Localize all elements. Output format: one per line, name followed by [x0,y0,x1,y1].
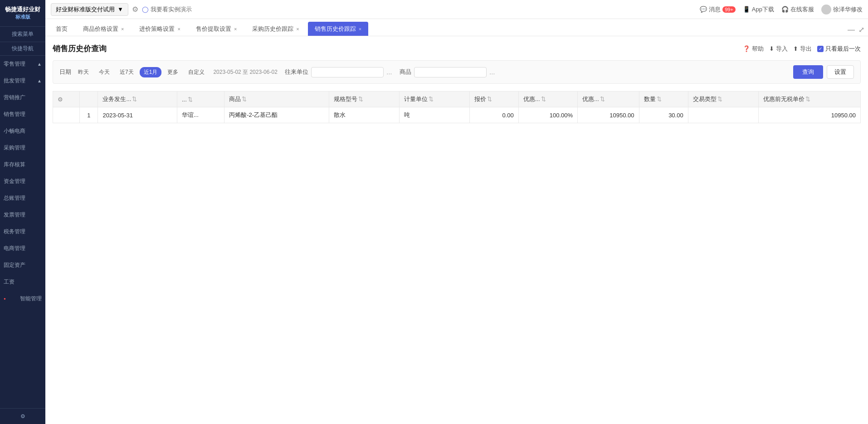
date-buttons: 昨天 今天 近7天 近1月 更多 自定义 [74,67,209,77]
col-settings[interactable]: ⚙ [53,92,80,107]
source-more-btn[interactable]: … [386,69,392,76]
row-spec: 散水 [329,107,399,123]
app-logo: 畅捷通好业财 标准版 [0,0,45,27]
sidebar-item-tax[interactable]: 税务管理 [0,223,45,240]
date-btn-today[interactable]: 今天 [95,67,114,77]
sidebar-item-general-ledger-label: 总账管理 [4,194,25,202]
messages-label: 消息 [709,5,721,14]
import-icon: ⬇ [769,45,774,52]
sidebar-settings-btn[interactable]: ⚙ [0,408,45,424]
sidebar-item-ecom-small[interactable]: 小畅电商 [0,123,45,140]
sidebar-item-funds[interactable]: 资金管理 [0,173,45,190]
table-settings-icon[interactable]: ⚙ [58,96,63,103]
source-filter-group: 往来单位 … [285,67,392,77]
tab-sale-extract-close[interactable]: × [234,26,237,32]
sidebar-item-ecom[interactable]: 电商管理 [0,240,45,257]
col-extra-header[interactable]: ...⇅ [177,92,224,107]
chevron-down-icon: ▼ [117,6,123,13]
col-tax-free-header[interactable]: 优惠前无税单价⇅ [758,92,860,107]
col-unit-header[interactable]: 计量单位⇅ [399,92,469,107]
col-discount1-header[interactable]: 优惠...⇅ [518,92,577,107]
export-link[interactable]: ⬆ 导出 [793,45,812,53]
col-qty-header[interactable]: 数量⇅ [639,92,688,107]
sort-icon-spec: ⇅ [358,96,363,102]
tab-product-price-close[interactable]: × [121,26,124,32]
message-icon: 💬 [700,6,707,13]
edition-label: 好业财标准版交付试用 [56,5,115,14]
tab-purchase-history-label: 采购历史价跟踪 [252,25,293,33]
tab-home[interactable]: 首页 [49,22,74,36]
sidebar-item-ecom-small-label: 小畅电商 [4,127,25,135]
sidebar-quick-nav[interactable]: 快捷导航 [0,42,45,56]
date-btn-last7[interactable]: 近7天 [116,67,138,77]
tab-purchase-history[interactable]: 采购历史价跟踪 × [245,22,306,36]
sort-icon-goods: ⇅ [242,96,247,102]
source-input[interactable] [311,67,384,77]
only-last-checkbox[interactable]: ✓ 只看最后一次 [817,45,861,53]
date-btn-custom[interactable]: 自定义 [184,67,209,77]
tab-sale-extract[interactable]: 售价提取设置 × [189,22,244,36]
goods-label: 商品 [400,68,411,76]
maximize-icon[interactable]: ⤢ [858,25,864,34]
col-discount2-header[interactable]: 优惠...⇅ [578,92,639,107]
goods-more-btn[interactable]: … [489,69,495,76]
sidebar-search-menu[interactable]: 搜索菜单 [0,27,45,42]
tab-purchase-history-close[interactable]: × [296,26,299,32]
page-content: 销售历史价查询 ❓ 帮助 ⬇ 导入 ⬆ 导出 ✓ 只看最后一次 [45,36,868,424]
sidebar-item-invoice[interactable]: 发票管理 [0,207,45,223]
setting-button[interactable]: 设置 [827,65,854,79]
sidebar-item-sales[interactable]: 销售管理 [0,106,45,123]
sidebar-item-wholesale[interactable]: 批发管理 ▲ [0,72,45,89]
table-body: 1 2023-05-31 华谊... 丙烯酸-2-乙基己酯 散水 吨 0.00 … [53,107,861,123]
topbar-settings-icon[interactable]: ⚙ [132,5,138,14]
tab-home-label: 首页 [56,25,68,33]
sidebar-item-inventory[interactable]: 库存核算 [0,156,45,173]
tab-sale-history-close[interactable]: × [359,26,361,32]
logo-sub-text: 标准版 [4,14,42,20]
sort-icon-qty: ⇅ [657,96,662,102]
sidebar-item-salary[interactable]: 工资 [0,274,45,290]
row-biz-date: 2023-05-31 [98,107,177,123]
demo-link[interactable]: ◯ 我要看实例演示 [142,5,192,14]
demo-label: 我要看实例演示 [151,5,192,14]
sidebar-item-retail[interactable]: 零售管理 ▲ [0,56,45,72]
help-link[interactable]: ❓ 帮助 [743,45,764,53]
sidebar-item-marketing[interactable]: 营销推广 [0,89,45,106]
tab-purchase-strategy-close[interactable]: × [177,26,180,32]
tab-product-price[interactable]: 商品价格设置 × [76,22,131,36]
sidebar-item-purchase[interactable]: 采购管理 [0,140,45,156]
import-link[interactable]: ⬇ 导入 [769,45,788,53]
goods-input[interactable] [414,67,487,77]
query-button[interactable]: 查询 [793,65,823,79]
minimize-icon[interactable]: — [848,26,855,34]
topbar: 好业财标准版交付试用 ▼ ⚙ ◯ 我要看实例演示 💬 消息 99+ 📱 App下… [45,0,868,19]
date-btn-yesterday[interactable]: 昨天 [74,67,93,77]
tab-purchase-strategy[interactable]: 进价策略设置 × [132,22,187,36]
sort-icon-discount1: ⇅ [541,96,546,102]
row-qty: 30.00 [639,107,688,123]
sidebar-item-fixed-assets[interactable]: 固定资产 [0,257,45,274]
col-biz-date-header[interactable]: 业务发生...⇅ [98,92,177,107]
sidebar-item-wholesale-arrow: ▲ [37,78,42,83]
app-download-btn[interactable]: 📱 App下载 [743,5,774,14]
col-price-header[interactable]: 报价⇅ [469,92,518,107]
sidebar-item-smart[interactable]: ● 智能管理 [0,290,45,307]
sidebar-item-general-ledger[interactable]: 总账管理 [0,190,45,207]
col-spec-header[interactable]: 规格型号⇅ [329,92,399,107]
user-profile-btn[interactable]: 徐泽华修改 [821,5,863,14]
date-btn-more[interactable]: 更多 [163,67,182,77]
edition-selector[interactable]: 好业财标准版交付试用 ▼ [51,3,128,16]
goods-filter-group: 商品 … [400,67,495,77]
row-tax-free-price: 10950.00 [758,107,860,123]
row-biz-org: 华谊... [177,107,224,123]
col-trans-header[interactable]: 交易类型⇅ [688,92,758,107]
col-goods-header[interactable]: 商品⇅ [224,92,329,107]
tab-sale-history[interactable]: 销售历史价跟踪 × [308,22,368,36]
sidebar-item-ecom-label: 电商管理 [4,245,25,252]
topbar-left: 好业财标准版交付试用 ▼ ⚙ ◯ 我要看实例演示 [51,3,192,16]
date-btn-last1m[interactable]: 近1月 [140,67,162,77]
online-service-btn[interactable]: 🎧 在线客服 [781,5,814,14]
messages-btn[interactable]: 💬 消息 99+ [700,5,736,14]
sort-icon-trans: ⇅ [717,96,722,102]
page-actions: ❓ 帮助 ⬇ 导入 ⬆ 导出 ✓ 只看最后一次 [743,45,861,53]
